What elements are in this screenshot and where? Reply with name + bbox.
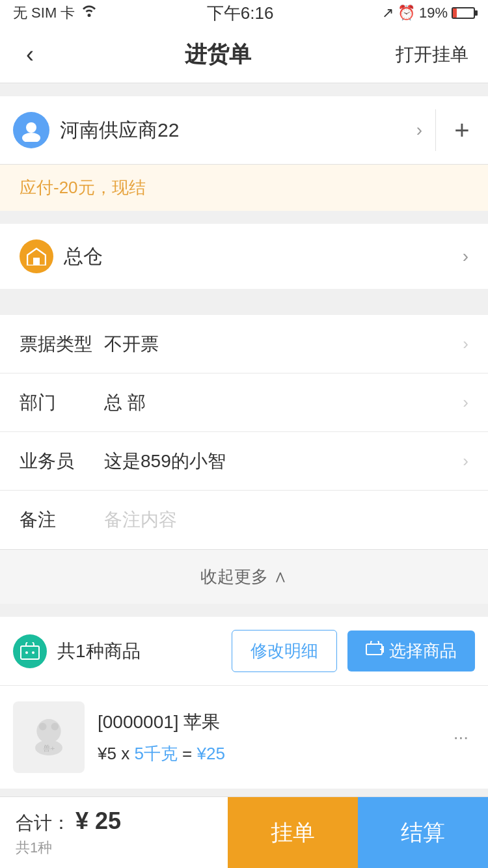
supplier-chevron-icon: ›	[416, 120, 422, 141]
product-unit-price: ¥5 x	[98, 744, 134, 763]
battery-icon	[452, 7, 475, 19]
products-header: 共1种商品 修改明细 选择商品	[0, 617, 488, 686]
products-section: 共1种商品 修改明细 选择商品 兽+ [0000001] 苹果 ¥5 x	[0, 617, 488, 789]
gap-1	[0, 83, 488, 96]
total-label: 合计：	[16, 811, 70, 835]
department-row[interactable]: 部门 总 部 ›	[0, 373, 488, 432]
remark-placeholder: 备注内容	[104, 508, 468, 532]
svg-rect-2	[33, 258, 40, 265]
products-icon	[13, 634, 47, 668]
location-icon: ↗	[382, 5, 394, 21]
product-price-row: ¥5 x 5千克 = ¥25	[98, 742, 434, 765]
svg-point-5	[32, 651, 34, 654]
status-right: ↗ ⏰ 19%	[382, 5, 475, 21]
status-bar: 无 SIM 卡 下午6:16 ↗ ⏰ 19%	[0, 0, 488, 26]
invoice-type-chevron-icon: ›	[463, 334, 468, 354]
warehouse-icon	[20, 239, 53, 273]
warehouse-section: 总仓 ›	[0, 224, 488, 289]
pay-button[interactable]: 结算	[358, 797, 488, 868]
product-count-text: 共1种商品	[57, 639, 221, 664]
department-chevron-icon: ›	[463, 392, 468, 413]
product-thumbnail: 兽+	[13, 701, 85, 773]
product-code: [0000001]	[98, 712, 183, 732]
svg-point-9	[36, 719, 61, 743]
bottom-total-sub: 共1种	[16, 838, 212, 858]
product-info: [0000001] 苹果 ¥5 x 5千克 = ¥25	[98, 710, 434, 765]
product-more-button[interactable]: ···	[447, 720, 475, 754]
svg-point-1	[22, 133, 40, 142]
status-time: 下午6:16	[207, 2, 274, 25]
svg-point-4	[25, 651, 28, 654]
supplier-main-row[interactable]: 河南供应商22 ›	[0, 96, 435, 164]
open-pending-button[interactable]: 打开挂单	[396, 42, 468, 67]
remark-label: 备注	[20, 508, 104, 532]
salesperson-chevron-icon: ›	[463, 451, 468, 471]
no-sim-label: 无 SIM 卡	[13, 3, 75, 23]
remark-row[interactable]: 备注 备注内容	[0, 491, 488, 549]
add-supplier-button[interactable]: +	[436, 96, 488, 164]
svg-point-11	[39, 723, 47, 731]
form-section: 票据类型 不开票 › 部门 总 部 › 业务员 这是859的小智 › 备注 备注…	[0, 315, 488, 549]
warehouse-name: 总仓	[64, 243, 452, 270]
supplier-section: 河南供应商22 › +	[0, 96, 488, 165]
edit-detail-button[interactable]: 修改明细	[232, 630, 337, 672]
bottom-total-main: 合计： ¥ 25	[16, 807, 212, 835]
salesperson-label: 业务员	[20, 449, 104, 474]
bottom-bar: 合计： ¥ 25 共1种 挂单 结算	[0, 796, 488, 868]
supplier-avatar	[13, 112, 49, 148]
invoice-type-row[interactable]: 票据类型 不开票 ›	[0, 315, 488, 373]
product-title: 苹果	[183, 712, 220, 732]
warehouse-chevron-icon: ›	[463, 246, 468, 267]
select-product-label: 选择商品	[389, 640, 457, 662]
warehouse-row[interactable]: 总仓 ›	[0, 224, 488, 289]
department-value: 总 部	[104, 390, 463, 415]
svg-text:兽+: 兽+	[43, 744, 55, 752]
product-item: 兽+ [0000001] 苹果 ¥5 x 5千克 = ¥25 ···	[0, 686, 488, 789]
salesperson-row[interactable]: 业务员 这是859的小智 ›	[0, 432, 488, 491]
invoice-type-value: 不开票	[104, 332, 463, 357]
collapse-label: 收起更多 ∧	[200, 567, 287, 586]
hang-button[interactable]: 挂单	[228, 797, 358, 868]
product-equals: =	[178, 744, 197, 763]
nav-bar: ‹ 进货单 打开挂单	[0, 26, 488, 83]
svg-point-12	[51, 723, 59, 731]
select-product-button[interactable]: 选择商品	[347, 631, 475, 671]
svg-rect-3	[21, 646, 39, 659]
wifi-icon	[80, 5, 98, 21]
product-quantity: 5千克	[134, 744, 177, 763]
gap-2	[0, 302, 488, 315]
back-button[interactable]: ‹	[20, 34, 40, 75]
invoice-type-label: 票据类型	[20, 332, 104, 357]
status-left: 无 SIM 卡	[13, 3, 98, 23]
department-label: 部门	[20, 390, 104, 415]
alarm-icon: ⏰	[398, 5, 415, 21]
collapse-bar[interactable]: 收起更多 ∧	[0, 549, 488, 604]
total-amount: ¥ 25	[75, 807, 121, 835]
product-total: ¥25	[197, 744, 224, 763]
cart-icon	[366, 641, 384, 661]
product-name: [0000001] 苹果	[98, 710, 434, 735]
bottom-total: 合计： ¥ 25 共1种	[0, 797, 228, 868]
notice-bar: 应付-20元，现结	[0, 165, 488, 211]
page-title: 进货单	[185, 40, 251, 70]
notice-text: 应付-20元，现结	[20, 178, 146, 197]
svg-point-0	[26, 122, 36, 133]
supplier-name: 河南供应商22	[60, 117, 406, 144]
svg-rect-6	[366, 644, 382, 655]
battery-label: 19%	[419, 5, 448, 21]
salesperson-value: 这是859的小智	[104, 449, 463, 474]
